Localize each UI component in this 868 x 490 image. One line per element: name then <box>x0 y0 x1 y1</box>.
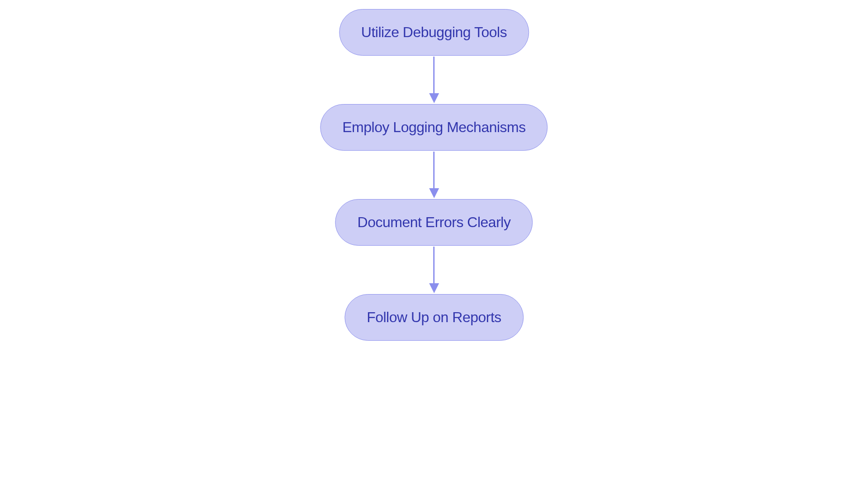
arrow-head-icon <box>429 188 439 198</box>
arrow-3 <box>429 246 439 294</box>
arrow-line-icon <box>433 152 434 189</box>
node-label: Document Errors Clearly <box>358 214 511 231</box>
node-label: Follow Up on Reports <box>367 309 501 326</box>
arrow-line-icon <box>433 247 434 284</box>
flowchart-node-4: Follow Up on Reports <box>344 294 524 341</box>
node-label: Utilize Debugging Tools <box>361 24 507 41</box>
flowchart-container: Utilize Debugging Tools Employ Logging M… <box>320 9 547 341</box>
flowchart-node-2: Employ Logging Mechanisms <box>320 104 547 151</box>
arrow-head-icon <box>429 283 439 293</box>
arrow-1 <box>429 56 439 104</box>
arrow-2 <box>429 151 439 199</box>
flowchart-node-1: Utilize Debugging Tools <box>339 9 529 56</box>
arrow-line-icon <box>433 57 434 94</box>
flowchart-node-3: Document Errors Clearly <box>335 199 533 246</box>
node-label: Employ Logging Mechanisms <box>342 119 525 136</box>
arrow-head-icon <box>429 93 439 103</box>
